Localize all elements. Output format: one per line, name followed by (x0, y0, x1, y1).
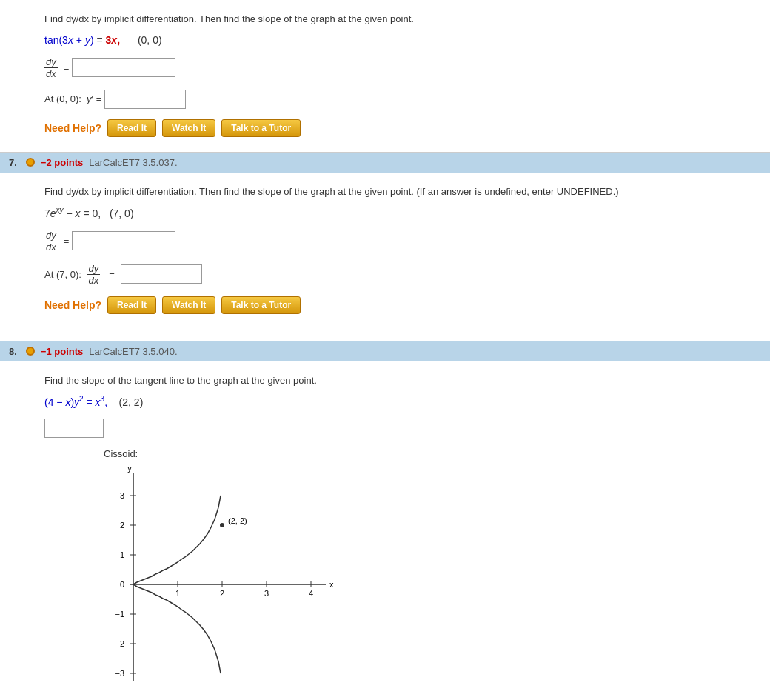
q7-watch-button[interactable]: Watch It (162, 296, 215, 314)
q8-answer-input[interactable] (44, 419, 104, 438)
top-equation: tan(3x + y) = 3x, (0, 0) (44, 34, 726, 46)
q7-read-button[interactable]: Read It (107, 296, 156, 314)
ylabel-n1: −1 (115, 610, 124, 619)
problem-7: 7. −2 points LarCalcET7 3.5.037. Find dy… (0, 153, 770, 341)
top-yp-input[interactable] (104, 90, 186, 109)
cissoid-upper (133, 496, 221, 584)
xlabel-1: 1 (175, 589, 180, 598)
ylabel-n3: −3 (115, 669, 124, 678)
top-at-point-row: At (0, 0): y′ = (44, 90, 726, 109)
xlabel-4: 4 (309, 589, 313, 598)
status-dot-8 (26, 347, 35, 356)
q7-tutor-button[interactable]: Talk to a Tutor (221, 296, 301, 314)
top-watch-button[interactable]: Watch It (162, 119, 215, 137)
q7-dydx-row: dy dx = (44, 230, 726, 253)
top-read-button[interactable]: Read It (107, 119, 156, 137)
q8-instruction: Find the slope of the tangent line to th… (44, 373, 726, 388)
problem-8-header: 8. −1 points LarCalcET7 3.5.040. (0, 341, 770, 361)
top-dydx-input[interactable] (72, 58, 175, 77)
top-tutor-button[interactable]: Talk to a Tutor (221, 119, 301, 137)
status-dot-7 (26, 158, 35, 167)
cissoid-lower (133, 584, 221, 673)
q7-at-input[interactable] (121, 264, 202, 284)
ylabel-1: 1 (120, 550, 124, 559)
top-dydx-row: dy dx = (44, 56, 726, 79)
q7-need-help: Need Help? Read It Watch It Talk to a Tu… (44, 296, 726, 314)
cissoid-svg: 3 2 1 0 −1 −2 −3 (89, 462, 341, 699)
ylabel-2: 2 (120, 521, 124, 530)
problem-7-header: 7. −2 points LarCalcET7 3.5.037. (0, 153, 770, 173)
x-axis-label: x (329, 580, 334, 589)
q7-at-point-row: At (7, 0): dy dx = (44, 263, 726, 286)
q8-answer-row (44, 419, 726, 438)
ylabel-n2: −2 (115, 639, 124, 648)
graph-point-label: (2, 2) (228, 516, 247, 525)
q7-dydx-input[interactable] (72, 231, 175, 250)
xlabel-2: 2 (220, 589, 224, 598)
fraction-dydx-7: dy dx (44, 230, 58, 253)
graph-point (220, 523, 224, 527)
q7-equation: 7exy − x = 0, (7, 0) (44, 206, 726, 219)
q8-graph-container: Cissoid: 3 2 (59, 448, 726, 699)
xlabel-3: 3 (264, 589, 269, 598)
fraction-dydx: dy dx (44, 56, 58, 79)
top-instruction: Find dy/dx by implicit differentiation. … (44, 12, 726, 27)
top-problem: Find dy/dx by implicit differentiation. … (0, 0, 770, 153)
ylabel-3: 3 (120, 491, 124, 500)
fraction-dydx-7-at: dy dx (87, 263, 100, 286)
problem-7-body: Find dy/dx by implicit differentiation. … (0, 173, 770, 326)
y-axis-label: y (127, 464, 132, 473)
top-need-help: Need Help? Read It Watch It Talk to a Tu… (44, 119, 726, 137)
problem-8: 8. −1 points LarCalcET7 3.5.040. Find th… (0, 341, 770, 700)
problem-8-body: Find the slope of the tangent line to th… (0, 361, 770, 700)
q8-equation: (4 − x)y2 = x3, (2, 2) (44, 395, 726, 408)
ylabel-0: 0 (120, 580, 124, 589)
q7-instruction: Find dy/dx by implicit differentiation. … (44, 184, 726, 199)
graph-title: Cissoid: (104, 448, 726, 459)
